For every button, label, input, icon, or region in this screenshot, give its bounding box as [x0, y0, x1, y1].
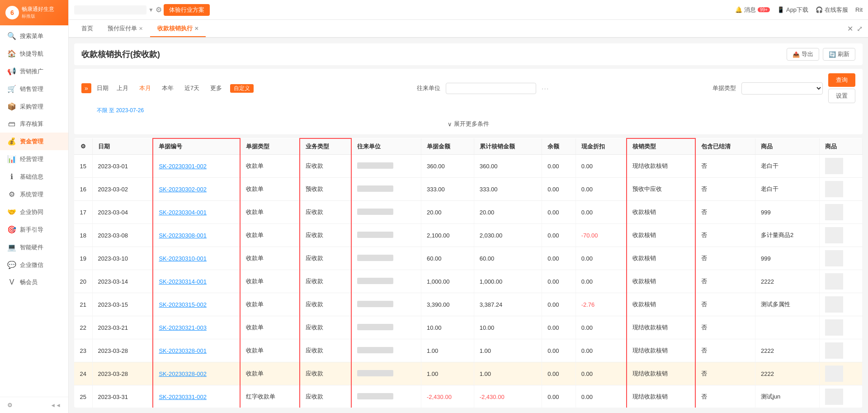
filter-this-month-btn[interactable]: 本月: [137, 83, 154, 93]
sidebar-label-quick-nav: 快捷导航: [20, 50, 43, 58]
sidebar-item-finance[interactable]: 💰 资金管理: [0, 133, 68, 150]
sidebar-item-quick-nav[interactable]: 🏠 快捷导航: [0, 45, 68, 62]
cell-cash-discount: 0.00: [576, 155, 627, 178]
member-icon: V: [7, 278, 16, 286]
cell-counter-party: [351, 293, 421, 316]
cell-cum-offset: -2,430.00: [474, 385, 542, 408]
bill-no-link[interactable]: SK-20230321-003: [159, 324, 207, 331]
sidebar-label-basic: 基础信息: [20, 173, 43, 181]
filter-custom-btn[interactable]: 自定义: [230, 84, 254, 93]
cell-balance: 0.00: [542, 339, 576, 362]
system-icon: ⚙: [7, 190, 16, 199]
cell-cash-discount: -70.00: [576, 224, 627, 247]
sidebar-item-inventory[interactable]: 🗃 库存核算: [0, 115, 68, 133]
cell-date: 2023-03-28: [92, 362, 153, 385]
bill-no-link[interactable]: SK-20230310-001: [159, 255, 207, 262]
tab-prepay[interactable]: 预付应付单 ✕: [100, 21, 150, 37]
cell-bill-amount: 333.00: [421, 178, 474, 201]
topbar-breadcrumb: ▼ ⚙ 体验行业方案: [74, 4, 731, 16]
cell-date: 2023-03-02: [92, 178, 153, 201]
tab-close-all-icon[interactable]: ✕: [847, 24, 853, 33]
cell-bill-type: 收款单: [240, 201, 300, 224]
filter-more-btn[interactable]: 更多: [208, 83, 225, 93]
filter-7days-btn[interactable]: 近7天: [182, 83, 202, 93]
filter-this-year-btn[interactable]: 本年: [159, 83, 176, 93]
counter-party-input[interactable]: [446, 83, 536, 94]
col-balance: 余额: [542, 138, 576, 155]
expand-more-btn[interactable]: ∨ 展开更多条件: [81, 118, 855, 130]
sidebar-item-operation[interactable]: 📊 经营管理: [0, 150, 68, 168]
user-info[interactable]: Rit: [855, 6, 863, 13]
bill-no-link[interactable]: SK-20230302-002: [159, 186, 207, 193]
cell-offset-type: 收款核销: [627, 224, 695, 247]
sidebar-item-wechat[interactable]: 💬 企业微信: [0, 256, 68, 274]
bill-no-link[interactable]: SK-20230301-002: [159, 163, 207, 170]
cell-include-settled: 否: [695, 339, 755, 362]
counter-party-label: 往来单位: [417, 84, 440, 92]
gear-icon[interactable]: ⚙: [156, 5, 162, 14]
online-service-btn[interactable]: 🎧 在线客服: [816, 6, 848, 14]
settings-btn[interactable]: 设置: [828, 89, 855, 103]
sidebar-item-sales[interactable]: 🛒 销售管理: [0, 80, 68, 98]
col-settings[interactable]: ⚙: [74, 138, 92, 155]
col-date: 日期: [92, 138, 153, 155]
receipt-type-select[interactable]: [741, 82, 823, 95]
cell-counter-party: [351, 247, 421, 270]
tab-prepay-close[interactable]: ✕: [139, 26, 143, 32]
cell-bill-no: SK-20230315-002: [153, 293, 240, 316]
bill-no-link[interactable]: SK-20230304-001: [159, 209, 207, 216]
tab-receipt-offset[interactable]: 收款核销执行 ✕: [150, 21, 206, 37]
solution-btn[interactable]: 体验行业方案: [164, 4, 210, 16]
query-btn[interactable]: 查询: [828, 73, 855, 87]
cell-counter-party: [351, 270, 421, 293]
sidebar-item-hardware[interactable]: 💻 智能硬件: [0, 238, 68, 256]
bill-no-link[interactable]: SK-20230314-001: [159, 278, 207, 285]
export-btn[interactable]: 📤 导出: [787, 48, 819, 61]
tabs-actions: ✕ ⤢: [847, 24, 863, 33]
cell-bill-type: 收款单: [240, 224, 300, 247]
cell-no: 15: [74, 155, 92, 178]
bill-no-link[interactable]: SK-20230315-002: [159, 301, 207, 308]
marketing-icon: 📢: [7, 67, 16, 76]
tab-home[interactable]: 首页: [74, 21, 100, 37]
cell-bill-type: 收款单: [240, 316, 300, 339]
logo-icon: 6: [5, 6, 19, 19]
sidebar-item-purchase[interactable]: 📦 采购管理: [0, 98, 68, 115]
filter-prev-month-btn[interactable]: 上月: [114, 83, 131, 93]
cell-counter-party: [351, 385, 421, 408]
sidebar-logo: 6 畅康通好生意 标推版: [0, 0, 68, 25]
table-row: 21 2023-03-15 SK-20230315-002 收款单 应收款 3,…: [74, 293, 863, 316]
app-download-btn[interactable]: 📱 App下载: [777, 6, 808, 14]
notification-btn[interactable]: 🔔 消息 99+: [735, 6, 770, 14]
bill-no-link[interactable]: SK-20230328-001: [159, 347, 207, 354]
sidebar-label-guide: 新手引导: [20, 226, 43, 234]
sidebar-item-search[interactable]: 🔍 搜索菜单: [0, 27, 68, 45]
sidebar-item-marketing[interactable]: 📢 营销推广: [0, 62, 68, 80]
filter-dots: ···: [542, 85, 549, 92]
refresh-btn[interactable]: 🔄 刷新: [823, 48, 855, 61]
cell-bill-no: SK-20230331-002: [153, 385, 240, 408]
bill-no-link[interactable]: SK-20230328-002: [159, 370, 207, 377]
table-row: 18 2023-03-08 SK-20230308-001 收款单 应收款 2,…: [74, 224, 863, 247]
sidebar-collapse-btn[interactable]: ◄◄: [50, 402, 61, 408]
sidebar-item-member[interactable]: V 畅会员: [0, 274, 68, 291]
filter-collapse-btn[interactable]: »: [81, 83, 91, 93]
cell-biz-type: 应收款: [300, 247, 351, 270]
tab-expand-icon[interactable]: ⤢: [857, 24, 863, 33]
cell-cum-offset: 1.00: [474, 362, 542, 385]
cell-counter-party: [351, 316, 421, 339]
sidebar-item-basic[interactable]: ℹ 基础信息: [0, 168, 68, 185]
bill-no-link[interactable]: SK-20230308-001: [159, 232, 207, 239]
page-header: 收款核销执行(按收款) 📤 导出 🔄 刷新: [74, 43, 863, 65]
sidebar-item-enterprise[interactable]: 🤝 企业协同: [0, 203, 68, 221]
sidebar-item-guide[interactable]: 🎯 新手引导: [0, 221, 68, 238]
sidebar-item-system[interactable]: ⚙ 系统管理: [0, 185, 68, 203]
cell-balance: 0.00: [542, 178, 576, 201]
cell-balance: 0.00: [542, 362, 576, 385]
filter-row-1: » 日期 上月 本月 本年 近7天 更多 自定义 往来单位 ··· 单据类型 查…: [81, 73, 855, 103]
bill-no-link[interactable]: SK-20230331-002: [159, 394, 207, 400]
cell-no: 17: [74, 201, 92, 224]
sidebar-settings-btn[interactable]: ⚙: [7, 402, 13, 408]
cell-include-settled: 否: [695, 385, 755, 408]
tab-receipt-offset-close[interactable]: ✕: [194, 26, 198, 32]
